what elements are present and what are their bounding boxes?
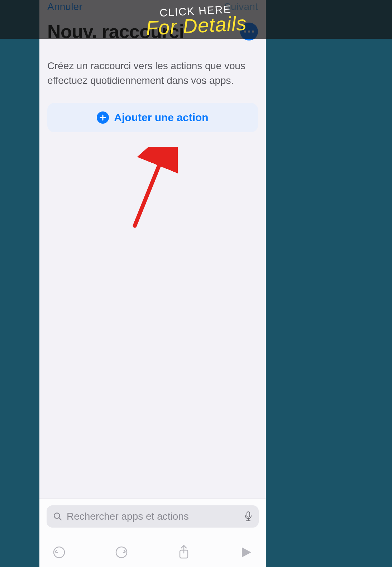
undo-button[interactable] (50, 543, 68, 561)
search-placeholder: Rechercher apps et actions (67, 511, 240, 522)
promo-line2: For Details (145, 13, 247, 39)
plus-circle-icon (97, 111, 109, 124)
add-action-label: Ajouter une action (114, 111, 208, 124)
undo-icon (52, 545, 66, 559)
search-input[interactable]: Rechercher apps et actions (47, 505, 259, 528)
run-button[interactable] (237, 543, 255, 561)
play-icon (240, 546, 253, 559)
bottom-toolbar (47, 528, 259, 567)
promo-overlay[interactable]: CLICK HERE For Details (0, 0, 392, 39)
shortcut-editor-panel: Annuler Suivant Nouv. raccourci Créez un… (39, 0, 266, 567)
page-subtitle: Créez un raccourci vers les actions que … (39, 44, 266, 88)
share-icon (177, 544, 191, 560)
share-button[interactable] (175, 543, 193, 561)
svg-line-1 (59, 518, 61, 520)
search-icon (53, 512, 62, 521)
redo-icon (114, 545, 129, 559)
microphone-icon[interactable] (244, 511, 252, 522)
add-action-button[interactable]: Ajouter une action (47, 103, 258, 132)
bottom-panel: Rechercher apps et actions (39, 499, 266, 567)
redo-button[interactable] (113, 543, 130, 561)
promo-overlay-text: CLICK HERE For Details (145, 3, 247, 39)
svg-rect-2 (247, 512, 250, 517)
